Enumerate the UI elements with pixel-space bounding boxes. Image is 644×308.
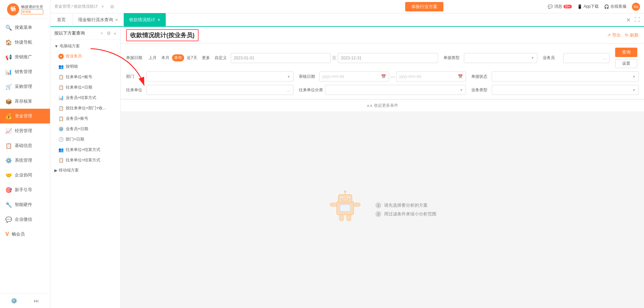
export-btn[interactable]: ↗ 导出 — [607, 32, 621, 38]
date-to-input[interactable]: 2023-12-31 — [338, 53, 438, 63]
logo-badge: 标准版 — [21, 9, 43, 14]
sidebar-item-finance[interactable]: 💰 资金管理 — [0, 109, 50, 123]
collapse-conditions-btn[interactable]: ∧∧ 收起更多条件 — [121, 99, 644, 111]
audit-from-input[interactable]: yyyy-mm-dd 📅 — [319, 71, 389, 82]
sidebar-item-basicinfo[interactable]: 📋 基础信息 — [0, 138, 50, 153]
scheme-collapse-icon[interactable]: « — [114, 31, 116, 36]
date-tab-last-month[interactable]: 上月 — [147, 54, 159, 61]
inventory-icon: 📦 — [5, 98, 12, 105]
tip-text-2: 用过滤条件来缩小分析范围 — [384, 211, 436, 217]
calendar-icon[interactable]: 📅 — [381, 74, 386, 79]
chevron-down-icon: ▼ — [54, 44, 58, 49]
scheme-item-0[interactable]: ● 按业务员 — [50, 51, 120, 61]
tab-collection-stats[interactable]: 收款情况统计 ✕ — [124, 13, 166, 27]
sidebar-item-inventory[interactable]: 📦 库存核算 — [0, 94, 50, 109]
staff-select[interactable]: … — [563, 53, 610, 63]
scheme-section-desktop-label: 电脑端方案 — [60, 43, 80, 49]
audit-to-input[interactable]: yyyy-mm-dd 📅 — [396, 71, 466, 82]
refresh-btn[interactable]: ↻ 刷新 — [625, 32, 639, 38]
scheme-item-label-7: 业务员+日期 — [66, 126, 88, 132]
empty-tip-2: 2 用过滤条件来缩小分析范围 — [375, 211, 436, 217]
tab-home[interactable]: 首页 — [50, 13, 73, 27]
tab-bank-flow[interactable]: 现金银行流水查询 ✕ — [73, 13, 124, 27]
biz-type-select[interactable]: ▼ — [492, 85, 639, 95]
biz-type-label: 业务类型 — [471, 87, 490, 93]
filter-doc-status: 单据状态 ▼ — [471, 71, 639, 82]
doc-status-select[interactable]: ▼ — [492, 71, 639, 82]
audit-from-value: yyyy-mm-dd — [322, 74, 344, 79]
sidebar-item-wechat[interactable]: 💬 企业微信 — [0, 212, 50, 227]
sidebar-item-operations[interactable]: 📈 经营管理 — [0, 123, 50, 138]
sidebar-item-member[interactable]: V 畅会员 — [0, 227, 50, 242]
tab-collection-close-icon[interactable]: ✕ — [157, 18, 160, 22]
scheme-item-9[interactable]: 👥 往来单位+结算方式 — [50, 145, 120, 155]
filter-row-3: 往来单位 … 往来单位分类 ▼ 业务类型 — [126, 85, 639, 95]
settings-bottom-icon[interactable]: ⚙️ — [11, 298, 17, 304]
sidebar-item-purchase[interactable]: 🛒 采购管理 — [0, 79, 50, 94]
staff-label: 业务员 — [543, 55, 561, 61]
query-button[interactable]: 查询 — [615, 48, 637, 57]
scheme-section-desktop-header[interactable]: ▼ 电脑端方案 — [50, 41, 120, 51]
user-avatar-btn[interactable]: Rit — [632, 3, 640, 11]
scheme-item-1[interactable]: 👥 按明细 — [50, 61, 120, 72]
sidebar-item-collab[interactable]: 🤝 企业协同 — [0, 168, 50, 183]
date-tab-7days[interactable]: 近7天 — [185, 54, 199, 61]
scheme-section-mobile-label: 移动端方案 — [59, 167, 79, 173]
sidebar-item-quicknav[interactable]: 🏠 快捷导航 — [0, 35, 50, 50]
scheme-item-icon-10: 📋 — [58, 158, 64, 163]
online-service-btn[interactable]: 🎧 在线客服 — [604, 4, 627, 9]
unit-more-icon[interactable]: … — [286, 88, 290, 92]
scheme-item-7[interactable]: ⚙️ 业务员+日期 — [50, 124, 120, 134]
unit-class-chevron-icon: ▼ — [460, 88, 463, 92]
settings-button[interactable]: 设置 — [615, 59, 637, 68]
date-tab-this-year[interactable]: 本年 — [172, 54, 184, 61]
doc-type-select[interactable]: ▼ — [464, 53, 537, 63]
tab-bank-close-icon[interactable]: ✕ — [115, 18, 118, 22]
unit-class-select[interactable]: ▼ — [325, 85, 466, 95]
sidebar-item-marketing[interactable]: 📢 营销推广 — [0, 50, 50, 64]
status-chevron-icon: ▼ — [632, 75, 636, 79]
dept-select[interactable]: ▼ — [147, 71, 293, 82]
svg-rect-10 — [339, 215, 343, 221]
sidebar-item-sales[interactable]: 📊 销售管理 — [0, 64, 50, 79]
sidebar-item-search[interactable]: 🔍 搜索菜单 — [0, 20, 50, 35]
chevron-up-icon: ∧∧ — [367, 103, 373, 108]
scheme-add-icon[interactable]: ＋ — [99, 30, 104, 36]
calendar-icon-2[interactable]: 📅 — [458, 74, 463, 79]
scheme-gear-icon[interactable]: ⚙ — [107, 31, 111, 36]
scheme-item-2[interactable]: 📋 往来单位+账号 — [50, 72, 120, 82]
sidebar-item-smarthw[interactable]: 🔧 智能硬件 — [0, 197, 50, 212]
sidebar-label-newguide: 新手引导 — [15, 187, 32, 193]
tab-maximize-icon[interactable]: ⛶ — [635, 17, 640, 23]
date-tab-custom[interactable]: 自定义 — [213, 54, 229, 61]
scheme-item-label-5: 按往来单位+部门+收... — [66, 105, 106, 111]
unit-select[interactable]: … — [147, 85, 293, 95]
app-download-btn[interactable]: 📱 App下载 — [577, 4, 599, 9]
staff-more-icon[interactable]: … — [603, 56, 607, 60]
robot-illustration — [328, 190, 362, 223]
sidebar-item-system[interactable]: ⚙️ 系统管理 — [0, 153, 50, 168]
date-range: 2023-01-01 至 2023-12-31 — [231, 53, 438, 63]
home-icon: 🏠 — [5, 39, 12, 46]
tab-collection-label: 收款情况统计 — [129, 17, 155, 23]
svg-rect-12 — [340, 205, 350, 211]
scheme-item-6[interactable]: 📋 业务员+账号 — [50, 113, 120, 124]
scheme-item-4[interactable]: 📊 业务员+结算方式 — [50, 93, 120, 103]
date-tab-more[interactable]: 更多 — [200, 54, 212, 61]
scheme-item-icon-5: 📋 — [58, 106, 64, 111]
gear-icon[interactable]: ⚙ — [110, 4, 114, 9]
dropdown-arrow-icon[interactable]: ▼ — [101, 4, 105, 9]
tab-close-all-icon[interactable]: ✕ — [626, 17, 631, 23]
date-from-input[interactable]: 2023-01-01 — [231, 53, 331, 63]
date-tab-this-month[interactable]: 本月 — [159, 54, 171, 61]
scheme-item-8[interactable]: 🕐 部门+日期 — [50, 134, 120, 145]
scheme-item-10[interactable]: 📋 往来单位+结算方式 — [50, 155, 120, 165]
sidebar-item-newguide[interactable]: 🎯 新手引导 — [0, 183, 50, 197]
message-btn[interactable]: 💬 消息 99+ — [548, 4, 572, 9]
scheme-section-mobile-header[interactable]: ▶ 移动端方案 — [50, 165, 120, 175]
scheme-item-icon-4: 📊 — [58, 95, 64, 100]
scheme-item-3[interactable]: 📋 往来单位+日期 — [50, 82, 120, 93]
expand-icon[interactable]: ⏭ — [34, 298, 39, 304]
scheme-item-5[interactable]: 📋 按往来单位+部门+收... — [50, 103, 120, 113]
try-industry-btn[interactable]: 体验行业方案 — [405, 2, 443, 11]
